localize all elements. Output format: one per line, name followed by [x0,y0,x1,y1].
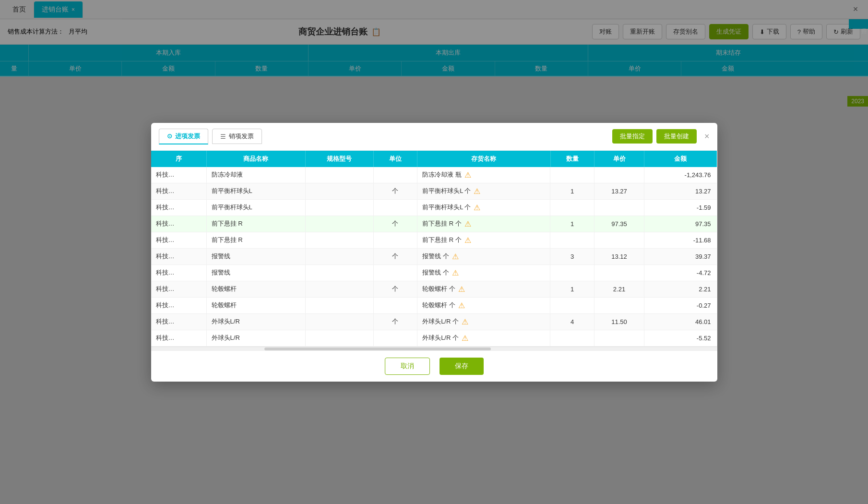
cell-product: 轮毂螺杆 [206,297,305,313]
inbound-invoice-icon: ⊙ [167,132,172,140]
cell-spec [305,330,373,346]
table-row[interactable]: 科技… 轮毂螺杆 轮毂螺杆 个 ⚠ -0.27 [151,297,717,313]
col-spec: 规格型号 [305,151,373,167]
table-row[interactable]: 科技… 防冻冷却液 防冻冷却液 瓶 ⚠ -1,243.76 [151,167,717,183]
cell-quantity: 1 [550,281,594,297]
warning-icon: ⚠ [458,285,465,294]
table-body: 科技… 防冻冷却液 防冻冷却液 瓶 ⚠ -1,243.76 科技… 前平衡杆球头… [151,167,717,347]
cell-unit: 个 [373,216,417,232]
tab-inbound-invoice[interactable]: ⊙ 进项发票 [159,129,208,144]
col-company: 序 [151,151,207,167]
batch-assign-button[interactable]: 批量指定 [612,129,653,144]
invoice-match-dialog: ⊙ 进项发票 ☰ 销项发票 批量指定 批量创建 × 序 商品名称 规格型号 [151,123,717,382]
tab-outbound-label: 销项发票 [229,132,254,141]
cell-company: 科技… [151,232,207,248]
cell-product: 前平衡杆球头L [206,183,305,199]
cell-amount: -1,243.76 [644,167,717,183]
warning-icon: ⚠ [464,219,471,228]
cell-unit [373,297,417,313]
cell-quantity [550,199,594,216]
table-row[interactable]: 科技… 外球头L/R 外球头L/R 个 ⚠ -5.52 [151,330,717,346]
col-product-name: 商品名称 [206,151,305,167]
cell-unit [373,330,417,346]
save-button[interactable]: 保存 [440,358,484,375]
cell-spec [305,232,373,248]
cell-price [595,264,644,281]
cell-inventory: 外球头L/R 个 ⚠ [417,314,550,330]
cell-quantity [550,297,594,313]
cell-product: 轮毂螺杆 [206,281,305,297]
dialog-overlay: ⊙ 进项发票 ☰ 销项发票 批量指定 批量创建 × 序 商品名称 规格型号 [0,0,868,504]
table-row[interactable]: 科技… 外球头L/R 个 外球头L/R 个 ⚠ 4 11.50 46.01 [151,313,717,330]
cell-product: 外球头L/R [206,313,305,330]
dialog-footer: 取消 保存 [151,350,717,382]
cell-product: 前平衡杆球头L [206,199,305,216]
cell-price: 97.35 [595,216,644,232]
cancel-button[interactable]: 取消 [385,358,430,375]
cell-price: 11.50 [595,313,644,330]
cell-unit: 个 [373,281,417,297]
cell-amount: 2.21 [644,281,717,297]
table-row[interactable]: 科技… 前平衡杆球头L 前平衡杆球头L 个 ⚠ -1.59 [151,199,717,216]
cell-amount: -1.59 [644,199,717,216]
warning-icon: ⚠ [452,252,459,261]
cell-spec [305,264,373,281]
dialog-table-container[interactable]: 序 商品名称 规格型号 单位 存货名称 数量 单价 金额 科技… 防冻冷却液 [151,151,717,347]
cell-quantity: 1 [550,183,594,199]
table-row[interactable]: 科技… 轮毂螺杆 个 轮毂螺杆 个 ⚠ 1 2.21 2.21 [151,281,717,297]
cell-amount: 46.01 [644,313,717,330]
cell-spec [305,313,373,330]
cell-inventory: 外球头L/R 个 ⚠ [417,330,550,346]
cell-inventory: 前下悬挂 R 个 ⚠ [417,232,550,248]
warning-icon: ⚠ [474,203,480,212]
table-row[interactable]: 科技… 报警线 个 报警线 个 ⚠ 3 13.12 39.37 [151,248,717,264]
cell-quantity: 3 [550,248,594,264]
cell-spec [305,281,373,297]
cell-inventory: 轮毂螺杆 个 ⚠ [417,281,550,297]
warning-icon: ⚠ [462,334,468,343]
cell-company: 科技… [151,297,207,313]
cell-quantity [550,167,594,183]
cell-spec [305,248,373,264]
batch-create-button[interactable]: 批量创建 [656,129,697,144]
table-row[interactable]: 科技… 前下悬挂 R 个 前下悬挂 R 个 ⚠ 1 97.35 97.35 [151,216,717,232]
cell-company: 科技… [151,281,207,297]
cell-amount: 39.37 [644,248,717,264]
cell-inventory: 轮毂螺杆 个 ⚠ [417,298,550,313]
warning-icon: ⚠ [462,317,468,326]
warning-icon: ⚠ [458,301,465,310]
cell-spec [305,297,373,313]
col-inventory-name: 存货名称 [417,151,551,167]
cell-spec [305,216,373,232]
horizontal-scrollbar[interactable] [151,347,717,350]
cell-product: 前下悬挂 R [206,232,305,248]
cell-company: 科技… [151,167,207,183]
table-row[interactable]: 科技… 前下悬挂 R 前下悬挂 R 个 ⚠ -11.68 [151,232,717,248]
cell-inventory: 前平衡杆球头L 个 ⚠ [417,183,550,199]
dialog-close-button[interactable]: × [704,132,710,142]
dialog-header-buttons: 批量指定 批量创建 [612,129,697,144]
tab-outbound-invoice[interactable]: ☰ 销项发票 [212,129,262,144]
cell-unit: 个 [373,248,417,264]
cell-inventory: 前下悬挂 R 个 ⚠ [417,216,550,232]
cell-product: 防冻冷却液 [206,167,305,183]
cell-company: 科技… [151,199,207,216]
cell-amount: -11.68 [644,232,717,248]
col-unit: 单位 [373,151,417,167]
tab-inbound-label: 进项发票 [175,132,200,141]
table-row[interactable]: 科技… 报警线 报警线 个 ⚠ -4.72 [151,264,717,281]
cell-company: 科技… [151,216,207,232]
cell-price [595,199,644,216]
cell-unit [373,232,417,248]
cell-amount: -0.27 [644,297,717,313]
cell-product: 报警线 [206,248,305,264]
cell-spec [305,167,373,183]
cell-unit [373,167,417,183]
cell-spec [305,183,373,199]
cell-amount: 13.27 [644,183,717,199]
invoice-table: 序 商品名称 规格型号 单位 存货名称 数量 单价 金额 科技… 防冻冷却液 [151,151,717,347]
table-row[interactable]: 科技… 前平衡杆球头L 个 前平衡杆球头L 个 ⚠ 1 13.27 13.27 [151,183,717,199]
cell-inventory: 前平衡杆球头L 个 ⚠ [417,200,550,216]
cell-product: 外球头L/R [206,330,305,346]
warning-icon: ⚠ [452,268,459,277]
